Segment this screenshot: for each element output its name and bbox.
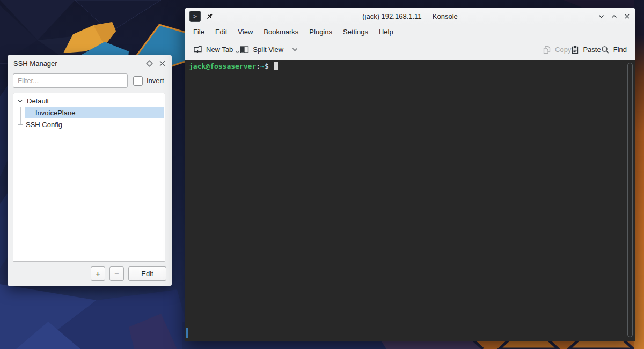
- split-view-icon: [240, 46, 249, 54]
- find-label: Find: [613, 46, 627, 54]
- terminal-cursor: [274, 62, 278, 70]
- invert-checkbox[interactable]: [133, 76, 143, 86]
- minimize-icon[interactable]: [598, 13, 605, 20]
- tree-item-invoiceplane[interactable]: InvoicePlane: [25, 107, 164, 118]
- split-view-label: Split View: [253, 46, 283, 54]
- paste-label: Paste: [583, 46, 601, 54]
- tree-item-label: SSH Config: [26, 121, 62, 129]
- tree-branch-icon: [18, 124, 23, 125]
- paste-button[interactable]: Paste: [571, 46, 601, 54]
- prompt-separator: :: [256, 62, 260, 70]
- konsole-window: > (jack) 192.168.1.11 — Konsole File Edi…: [185, 8, 635, 341]
- konsole-app-icon[interactable]: >: [189, 11, 201, 22]
- chevron-down-icon: [235, 50, 240, 54]
- tree-branch-icon: [27, 106, 32, 113]
- window-title: (jack) 192.168.1.11 — Konsole: [362, 12, 458, 20]
- terminal-scrollbar[interactable]: [627, 63, 633, 337]
- remove-host-button[interactable]: −: [109, 266, 124, 281]
- filter-row: Invert: [13, 73, 166, 88]
- pin-icon[interactable]: [206, 12, 214, 20]
- tree-item-label: Default: [27, 97, 49, 105]
- chevron-down-icon: [292, 48, 298, 51]
- chevron-down-icon[interactable]: [17, 98, 23, 104]
- menu-file[interactable]: File: [188, 26, 210, 38]
- menu-view[interactable]: View: [232, 26, 258, 38]
- tree-item-default[interactable]: Default: [13, 95, 165, 107]
- copy-button: Copy: [543, 46, 571, 54]
- tree-item-label: InvoicePlane: [35, 109, 75, 117]
- edit-host-button[interactable]: Edit: [128, 266, 166, 281]
- menu-settings[interactable]: Settings: [338, 26, 374, 38]
- menu-help[interactable]: Help: [374, 26, 399, 38]
- terminal-activity-indicator: [186, 328, 188, 338]
- shell-prompt: jack@fossaserver:~$: [189, 62, 278, 70]
- ssh-host-tree: Default InvoicePlane SSH Config: [13, 93, 165, 262]
- new-tab-label: New Tab: [206, 46, 233, 54]
- terminal-area[interactable]: jack@fossaserver:~$: [185, 60, 635, 341]
- add-host-button[interactable]: +: [91, 266, 105, 281]
- new-tab-icon: [193, 45, 202, 54]
- menu-edit[interactable]: Edit: [210, 26, 232, 38]
- new-tab-button[interactable]: New Tab: [193, 45, 240, 54]
- konsole-titlebar[interactable]: > (jack) 192.168.1.11 — Konsole: [185, 8, 635, 25]
- copy-label: Copy: [555, 46, 571, 54]
- find-button[interactable]: Find: [601, 46, 627, 54]
- toolbar: New Tab Split View Copy: [185, 39, 635, 60]
- prompt-symbol: $: [265, 62, 269, 70]
- ssh-manager-window: SSH Manager Invert Default InvoicePlane: [8, 55, 172, 286]
- menu-plugins[interactable]: Plugins: [304, 26, 338, 38]
- tree-item-ssh-config[interactable]: SSH Config: [13, 118, 165, 130]
- invert-label: Invert: [147, 77, 164, 85]
- menubar: File Edit View Bookmarks Plugins Setting…: [185, 25, 635, 39]
- filter-input[interactable]: [13, 73, 128, 88]
- ssh-manager-buttons: + − Edit: [91, 266, 166, 281]
- copy-icon: [543, 46, 551, 54]
- split-view-button[interactable]: Split View: [240, 46, 298, 54]
- paste-icon: [571, 46, 579, 54]
- ssh-manager-title: SSH Manager: [13, 60, 57, 68]
- prompt-path: ~: [260, 62, 265, 70]
- float-panel-icon[interactable]: [146, 60, 153, 67]
- ssh-manager-titlebar[interactable]: SSH Manager: [8, 55, 172, 71]
- prompt-user-host: jack@fossaserver: [189, 62, 256, 70]
- search-icon: [601, 46, 610, 54]
- menu-bookmarks[interactable]: Bookmarks: [258, 26, 304, 38]
- close-panel-icon[interactable]: [159, 60, 166, 67]
- maximize-icon[interactable]: [611, 13, 618, 20]
- close-icon[interactable]: [624, 13, 631, 20]
